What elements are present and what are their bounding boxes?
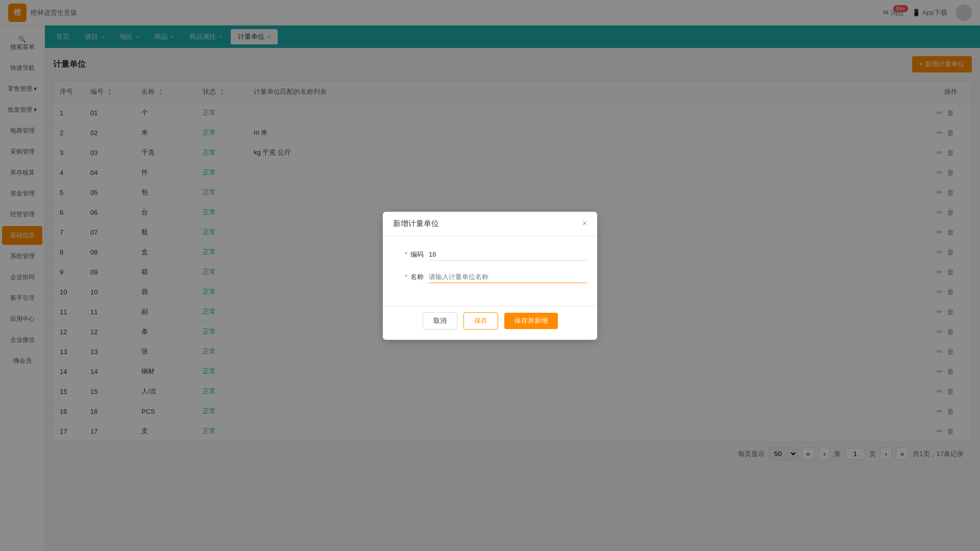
cancel-button[interactable]: 取消: [423, 312, 457, 330]
add-unit-modal: 新增计量单位 × * 编码 * 名称: [383, 212, 597, 340]
code-form-row: * 编码: [393, 248, 587, 261]
modal-header: 新增计量单位 ×: [383, 212, 597, 236]
name-label: * 名称: [393, 272, 424, 282]
modal-title: 新增计量单位: [393, 219, 439, 229]
modal-footer: 取消 保存 保存并新增: [383, 306, 597, 340]
code-label: * 编码: [393, 250, 424, 259]
save-and-new-button[interactable]: 保存并新增: [504, 313, 558, 329]
modal-close-btn[interactable]: ×: [582, 219, 587, 228]
code-input[interactable]: [429, 248, 587, 261]
modal-body: * 编码 * 名称: [383, 236, 597, 306]
app-container: 橙 橙林进货生意版 ✉ 消息 99+ 📱 App下载 🔍 搜索菜单: [0, 0, 980, 551]
name-form-row: * 名称: [393, 271, 587, 283]
save-button[interactable]: 保存: [463, 312, 498, 330]
modal-overlay[interactable]: 新增计量单位 × * 编码 * 名称: [0, 0, 980, 551]
name-input[interactable]: [429, 271, 587, 283]
